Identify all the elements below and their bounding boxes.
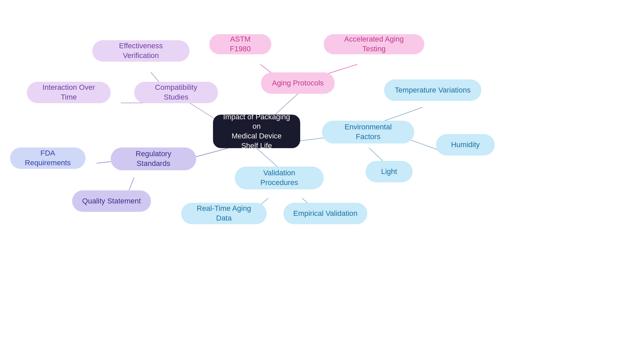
- humidity-label: Humidity: [451, 140, 480, 150]
- effectiveness-label: Effectiveness Verification: [102, 41, 180, 60]
- light-label: Light: [381, 167, 397, 177]
- astm-label: ASTM F1980: [219, 35, 262, 54]
- environmental-node: Environmental Factors: [322, 121, 414, 143]
- quality-node: Quality Statement: [72, 190, 151, 212]
- interaction-label: Interaction Over Time: [36, 83, 101, 102]
- temperature-label: Temperature Variations: [395, 85, 471, 95]
- center-label: Impact of Packaging on Medical Device Sh…: [222, 112, 291, 150]
- aging-protocols-node: Aging Protocols: [261, 72, 335, 94]
- effectiveness-node: Effectiveness Verification: [92, 40, 190, 62]
- center-node: Impact of Packaging on Medical Device Sh…: [213, 115, 300, 148]
- validation-label: Validation Procedures: [244, 168, 314, 187]
- validation-node: Validation Procedures: [235, 167, 324, 189]
- environmental-label: Environmental Factors: [331, 122, 405, 141]
- empirical-label: Empirical Validation: [293, 209, 358, 219]
- regulatory-node: Regulatory Standards: [111, 147, 196, 170]
- realtime-node: Real-Time Aging Data: [181, 203, 267, 224]
- fda-label: FDA Requirements: [19, 148, 76, 168]
- accelerated-label: Accelerated Aging Testing: [333, 35, 415, 54]
- interaction-node: Interaction Over Time: [27, 82, 111, 103]
- realtime-label: Real-Time Aging Data: [191, 204, 257, 223]
- compatibility-node: Compatibility Studies: [134, 82, 218, 103]
- compatibility-label: Compatibility Studies: [144, 83, 209, 102]
- quality-label: Quality Statement: [82, 196, 141, 206]
- astm-node: ASTM F1980: [209, 34, 271, 54]
- temperature-node: Temperature Variations: [384, 79, 481, 101]
- light-node: Light: [366, 161, 413, 182]
- regulatory-label: Regulatory Standards: [120, 149, 187, 168]
- humidity-node: Humidity: [436, 134, 495, 156]
- aging-protocols-label: Aging Protocols: [272, 78, 324, 88]
- fda-node: FDA Requirements: [10, 147, 86, 169]
- accelerated-node: Accelerated Aging Testing: [324, 34, 424, 54]
- empirical-node: Empirical Validation: [283, 203, 367, 224]
